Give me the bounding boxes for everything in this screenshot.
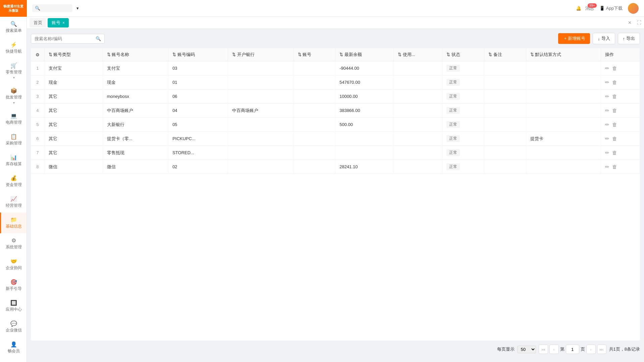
row-default-payment (526, 89, 601, 104)
delete-button[interactable]: 🗑 (612, 108, 617, 113)
col-settings[interactable]: ⚙ (31, 48, 44, 61)
maximize-icon[interactable]: ⛶ (637, 20, 641, 25)
sidebar-item-label: 资金管理 (6, 182, 22, 188)
edit-button[interactable]: ✏ (605, 164, 609, 170)
sidebar-item-purchase[interactable]: 📋 采购管理 (0, 129, 26, 150)
logo-line1: 畅捷通付生意 (3, 4, 23, 8)
clipboard-icon: 📋 (10, 133, 17, 140)
user-icon: 👤 (10, 341, 17, 348)
search-input[interactable] (35, 36, 94, 41)
row-default-payment (526, 61, 601, 75)
delete-button[interactable]: 🗑 (612, 79, 617, 85)
row-account (293, 104, 335, 118)
chevron-down-icon: ▾ (13, 76, 15, 79)
header-right: 🔔 99+ 消息 📱 App下载 (576, 3, 639, 14)
row-balance (335, 132, 394, 146)
row-actions: ✏ 🗑 (601, 61, 640, 75)
delete-button[interactable]: 🗑 (612, 150, 617, 156)
row-status: 正常 (442, 160, 484, 174)
sidebar-item-guide[interactable]: 🎯 新手引导 (0, 275, 26, 296)
sidebar-item-search[interactable]: 🔍 搜索菜单 (0, 17, 26, 38)
row-status: 正常 (442, 132, 484, 146)
import-button[interactable]: ↓ 导入 (593, 33, 615, 44)
table-header-row: ⚙ ⇅ 账号类型 ⇅ 账号名称 ⇅ 账号编码 ⇅ 开户银行 ⇅ 账号 ⇅ 最新余… (31, 48, 640, 61)
grid-icon: 🔲 (10, 300, 17, 306)
row-actions: ✏ 🗑 (601, 89, 640, 104)
delete-button[interactable]: 🗑 (612, 65, 617, 71)
edit-button[interactable]: ✏ (605, 94, 609, 100)
edit-button[interactable]: ✏ (605, 108, 609, 114)
page-number-input[interactable] (566, 345, 579, 354)
sidebar-item-ecommerce[interactable]: 💻 电商管理 (0, 109, 26, 129)
sidebar-item-retail[interactable]: 🛒 零售管理 ▾ (0, 58, 26, 83)
sidebar-item-wholesale[interactable]: 📦 批发管理 ▾ (0, 83, 26, 109)
edit-button[interactable]: ✏ (605, 150, 609, 156)
sidebar-item-operations[interactable]: 📈 经营管理 (0, 192, 26, 213)
target-icon: 🎯 (10, 279, 17, 285)
delete-button[interactable]: 🗑 (612, 122, 617, 127)
message-button[interactable]: 🔔 99+ 消息 (576, 5, 594, 11)
sidebar-item-inventory[interactable]: 📊 库存核算 (0, 150, 26, 171)
sidebar-item-app-center[interactable]: 🔲 应用中心 (0, 296, 26, 316)
tab-account[interactable]: 账号 × (48, 18, 69, 27)
row-code: STORED... (168, 146, 228, 160)
lightning-icon: ⚡ (10, 42, 17, 48)
last-page-button[interactable]: ⏭ (597, 345, 606, 354)
edit-button[interactable]: ✏ (605, 65, 609, 71)
sidebar-item-label: 系统管理 (6, 244, 22, 250)
sidebar-item-wechat-work[interactable]: 💬 企业微信 (0, 316, 26, 337)
main-content: 🔍 ▾ 🔔 99+ 消息 📱 App下载 首页 账号 × (27, 0, 644, 362)
delete-button[interactable]: 🗑 (612, 94, 617, 99)
laptop-icon: 💻 (10, 113, 17, 119)
col-bank: ⇅ 开户银行 (228, 48, 293, 61)
row-use (394, 75, 442, 89)
export-button[interactable]: ↑ 导出 (618, 33, 640, 44)
action-buttons: ✏ 🗑 (605, 79, 636, 85)
edit-button[interactable]: ✏ (605, 122, 609, 128)
row-actions: ✏ 🗑 (601, 132, 640, 146)
first-page-button[interactable]: ⏮ (539, 345, 548, 354)
sidebar-item-basic-info[interactable]: 📁 基础信息 (0, 213, 26, 233)
bell-icon: 🔔 (576, 6, 581, 11)
row-status: 正常 (442, 61, 484, 75)
app-download-button[interactable]: 📱 App下载 (599, 5, 623, 11)
top-header: 🔍 ▾ 🔔 99+ 消息 📱 App下载 (27, 0, 644, 17)
delete-button[interactable]: 🗑 (612, 136, 617, 141)
delete-button[interactable]: 🗑 (612, 164, 617, 170)
sidebar-item-label: 应用中心 (6, 307, 22, 312)
user-avatar[interactable] (628, 3, 639, 14)
status-badge: 正常 (446, 93, 460, 100)
table-row: 7 其它 零售抵现 STORED... 正常 ✏ 🗑 (31, 146, 640, 160)
edit-button[interactable]: ✏ (605, 79, 609, 85)
row-use (394, 104, 442, 118)
trending-icon: 📈 (10, 196, 17, 202)
close-window-icon[interactable]: ✕ (628, 20, 632, 25)
sidebar-item-members[interactable]: 👤 畅会员 (0, 337, 26, 358)
prev-page-button[interactable]: ‹ (549, 345, 559, 354)
tab-close-icon[interactable]: × (62, 20, 65, 25)
row-id: 7 (31, 146, 44, 160)
next-page-button[interactable]: › (586, 345, 596, 354)
action-buttons: ✏ 🗑 (605, 65, 636, 71)
edit-button[interactable]: ✏ (605, 136, 609, 142)
chat-icon: 💬 (10, 320, 17, 327)
row-use (394, 61, 442, 75)
action-buttons: ✏ 🗑 (605, 108, 636, 114)
search-submit-icon[interactable]: 🔍 (96, 36, 101, 41)
sidebar-item-finance[interactable]: 💰 资金管理 (0, 171, 26, 192)
sidebar-item-system[interactable]: ⚙ 系统管理 (0, 233, 26, 254)
row-default-payment (526, 160, 601, 174)
tab-home[interactable]: 首页 (30, 18, 46, 27)
sidebar-item-shortcuts[interactable]: ⚡ 快捷导航 (0, 38, 26, 58)
header-dropdown[interactable]: ▾ (76, 6, 79, 11)
row-default-payment (526, 75, 601, 89)
page-size-label: 每页显示 (497, 346, 515, 352)
row-balance: -90444.00 (335, 61, 394, 75)
table-row: 1 支付宝 支付宝 03 -90444.00 正常 ✏ 🗑 (31, 61, 640, 75)
page-size-dropdown[interactable]: 50 20 100 (517, 346, 536, 353)
cart-icon: 🛒 (10, 62, 17, 69)
add-account-button[interactable]: + 新增账号 (558, 33, 590, 44)
row-code: 04 (168, 104, 228, 118)
row-name: 中百商场账户 (103, 104, 168, 118)
sidebar-item-collab[interactable]: 🤝 企业协同 (0, 254, 26, 275)
